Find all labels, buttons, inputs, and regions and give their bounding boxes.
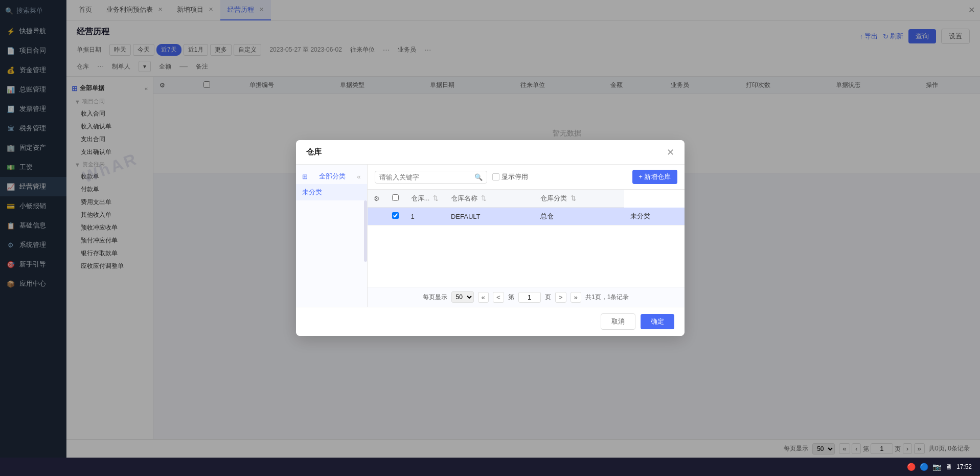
modal-table-body: 1 DEFAULT 总仓 未分类 <box>368 208 685 225</box>
modal-left-scrollbar[interactable] <box>364 200 367 262</box>
modal-toolbar: 🔍 显示停用 + 新增仓库 <box>368 165 685 190</box>
modal-left-panel: ⊞ 全部分类 « 未分类 <box>296 165 368 307</box>
modal-title: 仓库 <box>306 147 322 157</box>
modal-th-code: 仓库... ⇅ <box>405 190 445 208</box>
modal-settings-icon: ⚙ <box>374 195 380 202</box>
modal-sort-name-icon: ⇅ <box>481 194 487 202</box>
modal-sort-code-icon: ⇅ <box>433 194 439 202</box>
modal-search-icon: 🔍 <box>474 173 483 181</box>
modal-all-category[interactable]: ⊞ 全部分类 « <box>296 169 367 184</box>
modal-body: ⊞ 全部分类 « 未分类 🔍 <box>296 165 685 307</box>
taskbar-time: 17:52 <box>956 463 972 470</box>
modal-confirm-button[interactable]: 确定 <box>641 314 674 329</box>
modal-all-category-label: 全部分类 <box>319 172 346 181</box>
row-name: 总仓 <box>534 208 624 225</box>
taskbar-icon-3: 📷 <box>932 463 941 471</box>
modal-page-input[interactable] <box>518 292 541 303</box>
row-checkbox-cell[interactable] <box>386 208 405 225</box>
modal-first-page[interactable]: « <box>478 292 489 303</box>
modal-search-input[interactable] <box>379 173 471 181</box>
modal-th-settings[interactable]: ⚙ <box>368 190 386 208</box>
row-category: 未分类 <box>624 208 685 225</box>
modal-next-page[interactable]: > <box>555 292 566 303</box>
modal-search-box[interactable]: 🔍 <box>375 171 487 184</box>
modal-table: ⚙ 仓库... ⇅ 仓库名称 <box>368 190 685 225</box>
modal-page-suffix: 页 <box>545 293 551 302</box>
modal-last-page[interactable]: » <box>571 292 581 303</box>
modal-header: 仓库 ✕ <box>296 140 685 165</box>
modal-unclassified[interactable]: 未分类 <box>296 184 367 200</box>
modal-sort-category-icon: ⇅ <box>571 194 576 202</box>
modal-cancel-button[interactable]: 取消 <box>601 313 635 330</box>
row-code: DEFAULT <box>445 208 534 225</box>
taskbar-icon-1: 🔴 <box>907 463 916 471</box>
show-disabled-label[interactable]: 显示停用 <box>492 172 528 182</box>
modal-total: 共1页，1条记录 <box>585 293 629 302</box>
taskbar-icon-2: 🔵 <box>920 463 928 471</box>
show-disabled-checkbox[interactable] <box>492 173 499 180</box>
row-settings <box>368 208 386 225</box>
modal-right-panel: 🔍 显示停用 + 新增仓库 ⚙ <box>368 165 685 307</box>
grid-icon-modal: ⊞ <box>302 173 308 180</box>
modal-th-name: 仓库名称 ⇅ <box>445 190 534 208</box>
modal-page-size-label: 每页显示 <box>423 293 447 302</box>
table-row[interactable]: 1 DEFAULT 总仓 未分类 <box>368 208 685 225</box>
modal-page-size-select[interactable]: 50 <box>451 291 474 303</box>
modal-th-category: 仓库分类 ⇅ <box>534 190 624 208</box>
modal-table-wrap: ⚙ 仓库... ⇅ 仓库名称 <box>368 190 685 287</box>
modal-overlay: 仓库 ✕ ⊞ 全部分类 « 未分类 <box>0 0 980 476</box>
warehouse-modal: 仓库 ✕ ⊞ 全部分类 « 未分类 <box>296 140 685 336</box>
modal-collapse-icon[interactable]: « <box>357 173 360 180</box>
modal-actions: 取消 确定 <box>296 307 685 336</box>
modal-th-checkbox[interactable] <box>386 190 405 208</box>
add-warehouse-button[interactable]: + 新增仓库 <box>632 170 677 184</box>
modal-page-label: 第 <box>508 293 514 302</box>
modal-select-all[interactable] <box>392 194 399 201</box>
taskbar-icon-4: 🖥 <box>945 463 952 471</box>
modal-table-head: ⚙ 仓库... ⇅ 仓库名称 <box>368 190 685 208</box>
modal-pagination: 每页显示 50 « < 第 页 > » 共1页，1条记录 <box>368 287 685 307</box>
modal-left-scroll <box>296 200 367 303</box>
modal-prev-page[interactable]: < <box>493 292 504 303</box>
row-id: 1 <box>405 208 445 225</box>
taskbar: 🔴 🔵 📷 🖥 17:52 <box>0 458 980 476</box>
modal-close-button[interactable]: ✕ <box>667 148 674 157</box>
row-checkbox[interactable] <box>392 212 399 219</box>
modal-unclassified-label: 未分类 <box>302 188 322 196</box>
